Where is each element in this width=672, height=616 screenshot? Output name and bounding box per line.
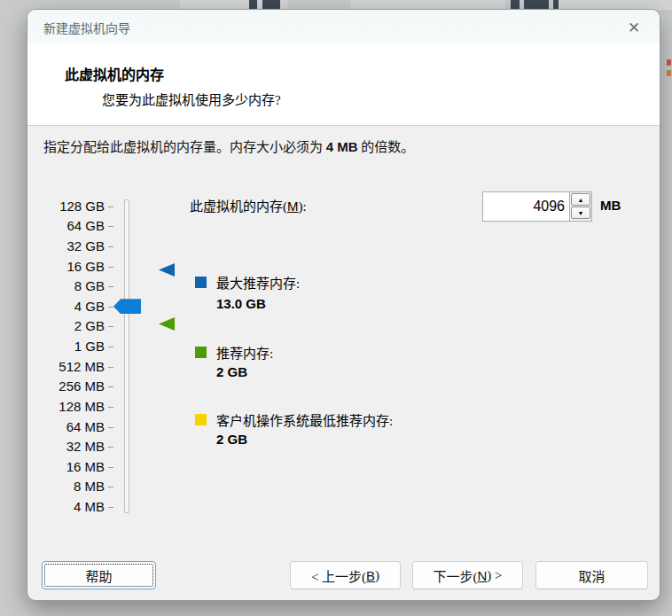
scale-tick-label: 64 MB [34,417,105,437]
scale-row: 16 GB [34,257,113,277]
close-icon[interactable]: ✕ [621,17,647,38]
scale-tick-mark [108,307,113,308]
scale-tick-label: 8 MB [34,477,105,496]
scale-tick-label: 4 MB [34,497,105,517]
scale-tick-mark [108,347,113,347]
arrow-down-icon: ▼ [578,210,584,216]
scale-tick-mark [108,267,113,268]
scale-row: 16 MB [34,457,113,477]
scale-tick-label: 16 GB [34,257,105,277]
dialog-titlebar[interactable]: 新建虚拟机向导 ✕ [27,10,660,43]
memory-amount-input[interactable]: 4096 [482,191,569,222]
scale-row: 128 MB [34,397,113,417]
scale-tick-mark [108,487,113,487]
memory-slider-handle[interactable] [113,299,141,314]
cancel-button[interactable]: 取消 [535,561,648,589]
background-red-fragment [667,70,671,76]
page-subtitle: 您要为此虚拟机使用多少内存? [102,90,281,108]
arrow-up-icon: ▲ [578,197,584,203]
scale-row: 32 GB [34,237,113,256]
scale-tick-mark [108,207,113,207]
scale-row: 128 GB [34,197,113,216]
next-button[interactable]: 下一步(N) > [412,561,523,589]
scale-tick-label: 64 GB [34,216,105,236]
scale-tick-mark [108,386,113,387]
scale-tick-label: 4 GB [34,297,105,316]
scale-tick-label: 256 MB [34,377,105,396]
recommended-legend-icon [195,347,207,358]
scale-tick-mark [108,407,113,408]
scale-tick-mark [108,326,113,327]
background-red-fragment [667,59,671,66]
scale-row: 4 GB [34,297,113,316]
scale-tick-label: 128 MB [34,397,105,417]
max-recommended-value: 13.0 GB [216,296,266,311]
scale-tick-label: 8 GB [34,277,105,296]
scale-row: 1 GB [34,337,113,356]
recommended-label: 推荐内存: [216,343,273,362]
scale-tick-mark [108,507,113,508]
memory-slider-track[interactable] [124,199,129,513]
scale-row: 256 MB [34,377,113,396]
scale-tick-label: 32 MB [34,437,105,456]
scale-row: 512 MB [34,357,113,377]
memory-scale: 128 GB64 GB32 GB16 GB8 GB4 GB2 GB1 GB512… [34,187,113,524]
guest-min-legend-icon [195,414,207,425]
max-recommended-label: 最大推荐内存: [216,273,300,292]
scale-row: 2 GB [34,316,113,336]
recommended-value: 2 GB [216,364,247,379]
scale-tick-mark [108,286,113,287]
scale-row: 32 MB [34,437,113,456]
wizard-header: 此虚拟机的内存 您要为此虚拟机使用多少内存? [27,43,660,126]
scale-tick-label: 16 MB [34,457,105,477]
scale-row: 8 GB [34,277,113,296]
memory-unit-label: MB [600,198,621,213]
instruction-text: 指定分配给此虚拟机的内存量。内存大小必须为 4 MB 的倍数。 [43,136,414,155]
background-text-fragment [262,0,280,9]
scale-tick-mark [108,467,113,468]
scale-tick-label: 128 GB [34,197,105,216]
scale-tick-label: 1 GB [34,337,105,356]
guest-min-value: 2 GB [216,432,247,447]
spin-down-button[interactable]: ▼ [571,207,590,219]
new-vm-wizard-dialog: 新建虚拟机向导 ✕ 此虚拟机的内存 您要为此虚拟机使用多少内存? 指定分配给此虚… [27,9,660,601]
scale-row: 64 GB [34,216,113,236]
scale-row: 8 MB [34,477,113,496]
dialog-title: 新建虚拟机向导 [43,19,130,36]
max-recommended-legend-icon [195,277,207,288]
scale-tick-label: 512 MB [34,357,105,377]
back-button[interactable]: < 上一步(B) [290,561,401,589]
scale-row: 64 MB [34,417,113,437]
scale-tick-mark [108,367,113,368]
scale-row: 4 MB [34,497,113,517]
scale-tick-mark [108,226,113,227]
scale-tick-label: 32 GB [34,237,105,256]
scale-tick-mark [108,246,113,247]
memory-spinner: ▲ ▼ [569,191,592,222]
spin-up-button[interactable]: ▲ [571,193,590,206]
help-button[interactable]: 帮助 [42,561,156,589]
page-title: 此虚拟机的内存 [65,63,164,84]
guest-min-label: 客户机操作系统最低推荐内存: [216,410,393,429]
memory-amount-label: 此虚拟机的内存(M): [190,196,307,214]
recommended-marker-icon [159,317,175,331]
max-recommended-marker-icon [159,263,175,277]
scale-tick-label: 2 GB [34,316,105,336]
scale-tick-mark [108,427,113,428]
scale-tick-mark [108,447,113,448]
